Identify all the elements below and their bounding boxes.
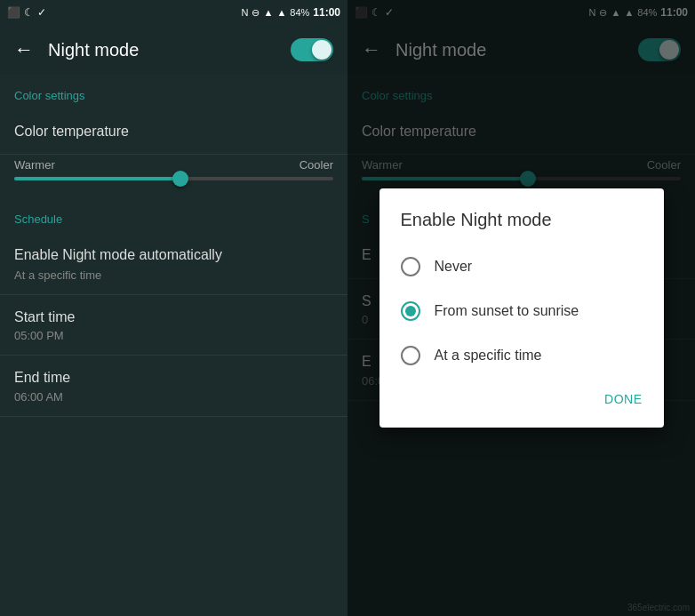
option-never-label: Never	[435, 259, 473, 275]
option-never[interactable]: Never	[379, 244, 664, 289]
color-settings-header-left: Color settings	[0, 75, 348, 109]
option-specific-label: At a specific time	[435, 348, 542, 364]
start-time-value: 05:00 PM	[14, 329, 333, 342]
warmer-label-left: Warmer	[14, 158, 55, 172]
end-time-item[interactable]: End time 06:00 AM	[0, 356, 348, 416]
start-time-item[interactable]: Start time 05:00 PM	[0, 295, 348, 356]
nfc-icon: N	[242, 7, 249, 18]
slider-labels-left: Warmer Cooler	[14, 158, 333, 172]
end-time-value: 06:00 AM	[14, 390, 333, 404]
status-icons-right: N ⊖ ▲ ▲ 84% 11:00	[242, 6, 340, 19]
start-time-label: Start time	[14, 308, 333, 327]
battery-indicator: 84%	[290, 7, 309, 18]
dialog-title: Enable Night mode	[379, 210, 664, 244]
color-temperature-item-left: Color temperature	[0, 109, 348, 155]
left-panel: ⬛ ☾ ✓ N ⊖ ▲ ▲ 84% 11:00 ← Night mode Col…	[0, 0, 348, 616]
schedule-header-left: Schedule	[0, 198, 348, 233]
end-time-label: End time	[14, 368, 333, 388]
toggle-knob-left	[312, 40, 332, 60]
option-specific[interactable]: At a specific time	[379, 333, 664, 378]
dialog-actions: DONE	[379, 378, 664, 420]
enable-night-mode-subtitle: At a specific time	[14, 268, 333, 282]
check-icon: ✓	[37, 6, 46, 19]
enable-night-mode-item[interactable]: Enable Night mode automatically At a spe…	[0, 233, 348, 294]
toolbar-left: ← Night mode	[0, 25, 348, 75]
page-title-left: Night mode	[48, 40, 139, 60]
status-time: 11:00	[313, 6, 340, 19]
option-sunset[interactable]: From sunset to sunrise	[379, 289, 664, 333]
radio-sunset[interactable]	[401, 301, 420, 321]
signal-icon: ▲	[276, 7, 286, 18]
minus-icon: ⊖	[252, 7, 260, 19]
status-bar-left: ⬛ ☾ ✓ N ⊖ ▲ ▲ 84% 11:00	[0, 0, 348, 25]
slider-fill-left	[14, 177, 180, 180]
night-mode-toggle-left[interactable]	[291, 38, 333, 61]
status-icons-left: ⬛ ☾ ✓	[7, 6, 46, 19]
radio-never[interactable]	[401, 257, 420, 276]
slider-area-left: Warmer Cooler	[0, 155, 348, 198]
option-sunset-label: From sunset to sunrise	[435, 303, 579, 319]
wifi-icon: ▲	[263, 7, 273, 18]
toolbar-left-group: ← Night mode	[14, 38, 139, 61]
radio-sunset-inner	[405, 306, 416, 316]
back-button[interactable]: ←	[14, 38, 34, 61]
slider-thumb-left[interactable]	[172, 171, 188, 187]
enable-night-mode-label: Enable Night mode automatically	[14, 245, 333, 265]
dialog: Enable Night mode Never From sunset to s…	[379, 188, 664, 428]
screenshot-icon: ⬛	[7, 6, 20, 19]
radio-specific[interactable]	[401, 346, 420, 365]
moon-icon: ☾	[24, 6, 34, 19]
color-temperature-label-left: Color temperature	[14, 122, 333, 141]
cooler-label-left: Cooler	[300, 158, 333, 172]
done-button[interactable]: DONE	[597, 385, 649, 413]
left-content: Color settings Color temperature Warmer …	[0, 75, 348, 616]
dialog-backdrop: Enable Night mode Never From sunset to s…	[348, 0, 695, 616]
right-panel: ⬛ ☾ ✓ N ⊖ ▲ ▲ 84% 11:00 ← Night mode Col…	[348, 0, 695, 616]
slider-track-left[interactable]	[14, 177, 333, 180]
